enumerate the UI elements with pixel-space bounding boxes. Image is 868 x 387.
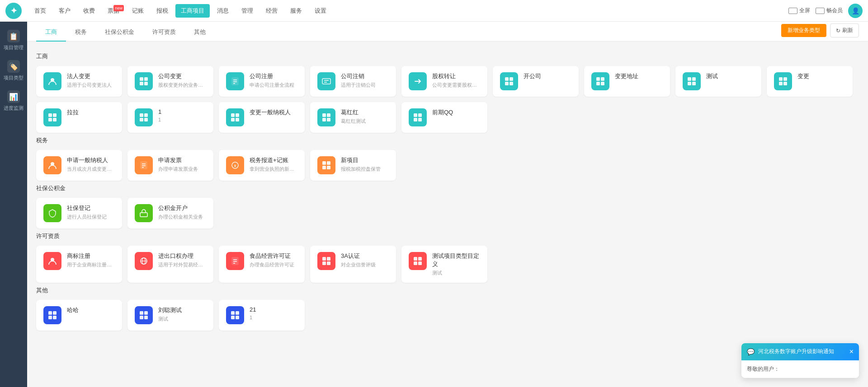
nav-item-9[interactable]: 经营 [260, 4, 283, 18]
service-card-gongshang-9[interactable]: 拉拉 [36, 102, 122, 133]
svg-rect-35 [144, 118, 148, 121]
svg-rect-28 [48, 113, 52, 117]
service-card-gongshang-6[interactable]: 变更地址 [584, 66, 670, 97]
service-card-gongshang-10[interactable]: 11 [127, 102, 213, 133]
card-icon-xuke-0 [43, 252, 61, 270]
service-card-xuke-2[interactable]: 食品经营许可证办理食品经营许可证 [219, 246, 305, 283]
service-card-shebao-0[interactable]: 社保登记进行人员社保登记 [36, 198, 122, 228]
sidebar: 📋项目管理🏷️项目类型📊进度监测 [0, 22, 27, 387]
card-icon-shuiwu-1 [135, 156, 153, 174]
svg-rect-4 [144, 82, 148, 85]
nav-item-5[interactable]: 报税 [151, 4, 174, 18]
sidebar-item-0[interactable]: 📋项目管理 [0, 25, 27, 56]
nav-item-6[interactable]: 工商项目 [175, 4, 210, 18]
svg-rect-86 [231, 316, 235, 319]
svg-rect-31 [53, 118, 57, 121]
member-btn[interactable]: 畅会员 [816, 7, 843, 14]
card-desc-xuke-2: 办理食品经营许可证 [250, 261, 297, 268]
service-card-qita-1[interactable]: 刘聪测试测试 [127, 300, 213, 331]
svg-rect-16 [596, 77, 600, 81]
card-icon-shebao-1 [135, 204, 153, 222]
service-card-shuiwu-3[interactable]: 新项目报税加税控盘保管 [310, 150, 396, 181]
svg-rect-23 [692, 82, 696, 85]
svg-rect-72 [414, 257, 417, 261]
svg-rect-78 [48, 316, 52, 319]
section-title-shuiwu: 税务 [36, 136, 859, 145]
cards-grid-shebao: 社保登记进行人员社保登记公积金开户办理公积金相关业务 [36, 198, 859, 228]
card-title-xuke-4: 测试项目类型目定义 [432, 252, 480, 268]
nav-item-11[interactable]: 设置 [309, 4, 332, 18]
svg-rect-9 [322, 79, 330, 84]
tab-0[interactable]: 工商 [36, 22, 66, 42]
svg-rect-34 [140, 118, 143, 121]
sidebar-item-1[interactable]: 🏷️项目类型 [0, 56, 27, 86]
service-card-xuke-4[interactable]: 测试项目类型目定义测试 [401, 246, 487, 283]
service-card-shuiwu-2[interactable]: ¥税务报道+记账拿到营业执照的新公司 [219, 150, 305, 181]
svg-rect-40 [322, 113, 326, 117]
card-desc-shuiwu-0: 当月或次月成变更完成 [67, 166, 115, 173]
nav-item-10[interactable]: 服务 [285, 4, 307, 18]
svg-rect-81 [144, 311, 148, 315]
card-icon-gongshang-3 [317, 72, 335, 90]
chat-close-button[interactable]: × [849, 348, 854, 356]
card-desc-qita-2: 1 [250, 314, 297, 321]
service-card-shebao-1[interactable]: 公积金开户办理公积金相关业务 [127, 198, 213, 228]
nav-item-4[interactable]: 记账 [127, 4, 149, 18]
fullscreen-btn[interactable]: 全屏 [788, 7, 810, 14]
nav-item-8[interactable]: 管理 [236, 4, 259, 18]
svg-rect-32 [140, 113, 143, 117]
service-card-shuiwu-0[interactable]: 申请一般纳税人当月或次月成变更完成 [36, 150, 122, 181]
service-card-gongshang-4[interactable]: 股权转让公司变更需要股权转让 [401, 66, 487, 97]
tab-2[interactable]: 社保公积金 [96, 22, 143, 42]
service-card-gongshang-11[interactable]: 变更一般纳税人 [219, 102, 305, 133]
service-card-gongshang-8[interactable]: 变更 [767, 66, 853, 97]
sidebar-label-2: 进度监测 [4, 105, 24, 112]
nav-item-2[interactable]: 收费 [78, 4, 100, 18]
chat-content: 尊敬的用户： [741, 360, 859, 378]
new-type-button[interactable]: 新增业务类型 [781, 24, 826, 37]
service-card-gongshang-5[interactable]: 开公司 [493, 66, 579, 97]
main-content: 工商税务社保公积金许可资质其他 新增业务类型 ↻ 刷新 工商法人变更适用于公司变… [27, 22, 868, 387]
tab-3[interactable]: 许可资质 [143, 22, 185, 42]
card-desc-gongshang-10: 1 [158, 117, 206, 123]
service-card-gongshang-12[interactable]: 葛红红葛红红测试 [310, 102, 396, 133]
service-card-qita-2[interactable]: 211 [219, 300, 305, 331]
card-title-gongshang-7: 测试 [706, 72, 754, 80]
card-title-gongshang-3: 公司注销 [341, 72, 389, 80]
service-card-gongshang-0[interactable]: 法人变更适用于公司变更法人 [36, 66, 122, 97]
nav-item-3[interactable]: 票据new [102, 4, 125, 18]
nav-item-7[interactable]: 消息 [212, 4, 234, 18]
card-icon-gongshang-12 [317, 108, 335, 126]
nav-item-1[interactable]: 客户 [53, 4, 76, 18]
svg-rect-41 [327, 113, 330, 117]
service-card-qita-0[interactable]: 哈哈 [36, 300, 122, 331]
user-avatar[interactable]: 👤 [848, 4, 863, 18]
card-title-shebao-1: 公积金开户 [158, 204, 206, 212]
card-icon-gongshang-6 [591, 72, 609, 90]
svg-rect-87 [236, 316, 239, 319]
content-area: 工商法人变更适用于公司变更法人公司变更股权变更外的业务变更公司注册申请公司注册全… [27, 42, 868, 341]
svg-rect-33 [144, 113, 148, 117]
tab-4[interactable]: 其他 [185, 22, 215, 42]
sidebar-item-2[interactable]: 📊进度监测 [0, 86, 27, 116]
service-card-gongshang-3[interactable]: 公司注销适用于注销公司 [310, 66, 396, 97]
svg-rect-55 [322, 161, 326, 165]
service-card-xuke-3[interactable]: 3A认证对企业信誉评级 [310, 246, 396, 283]
svg-rect-27 [783, 82, 787, 85]
service-card-xuke-0[interactable]: 商标注册用于企业商标注册服务 [36, 246, 122, 283]
svg-rect-3 [140, 82, 143, 85]
service-card-gongshang-13[interactable]: 前期QQ [401, 102, 487, 133]
nav-items: 首页客户收费票据new记账报税工商项目消息管理经营服务设置 [29, 4, 788, 18]
tab-1[interactable]: 税务 [66, 22, 96, 42]
service-card-gongshang-1[interactable]: 公司变更股权变更外的业务变更 [127, 66, 213, 97]
refresh-button[interactable]: ↻ 刷新 [830, 23, 859, 37]
service-card-xuke-1[interactable]: 进出口权办理适用于对外贸易经营者 [127, 246, 213, 283]
svg-rect-39 [236, 118, 239, 121]
service-card-gongshang-7[interactable]: 测试 [675, 66, 761, 97]
card-icon-gongshang-5 [500, 72, 518, 90]
nav-item-0[interactable]: 首页 [29, 4, 52, 18]
cards-grid-qita: 哈哈刘聪测试测试211 [36, 300, 859, 331]
service-card-gongshang-2[interactable]: 公司注册申请公司注册全流程 [219, 66, 305, 97]
card-title-xuke-3: 3A认证 [341, 252, 389, 260]
service-card-shuiwu-1[interactable]: 申请发票办理申请发票业务 [127, 150, 213, 181]
